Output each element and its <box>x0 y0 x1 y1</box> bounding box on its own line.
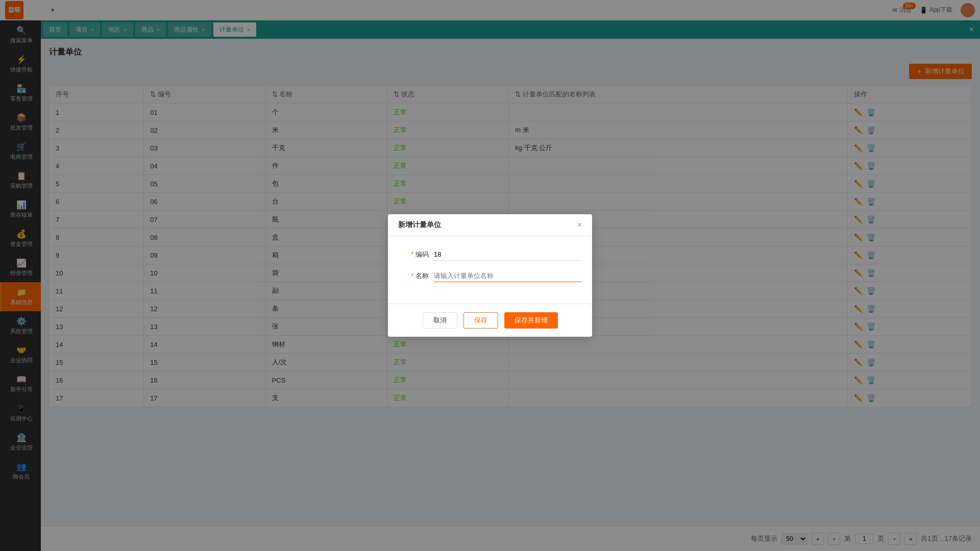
modal-body: 编码 名称 <box>388 236 592 304</box>
form-item-name: 名称 <box>398 270 582 282</box>
modal-title: 新增计量单位 <box>398 220 441 230</box>
name-label: 名称 <box>398 271 429 281</box>
cancel-button[interactable]: 取消 <box>423 312 457 329</box>
save-and-new-button[interactable]: 保存并新增 <box>504 312 558 329</box>
modal-close-button[interactable]: × <box>577 220 582 230</box>
add-unit-modal: 新增计量单位 × 编码 名称 取消 保存 保存并新增 <box>388 214 592 337</box>
name-input[interactable] <box>434 270 582 282</box>
modal-overlay[interactable]: 新增计量单位 × 编码 名称 取消 保存 保存并新增 <box>0 0 980 551</box>
code-label: 编码 <box>398 250 429 259</box>
code-input[interactable] <box>434 248 582 261</box>
form-item-code: 编码 <box>398 248 582 261</box>
modal-footer: 取消 保存 保存并新增 <box>388 304 592 337</box>
modal-header: 新增计量单位 × <box>388 214 592 236</box>
save-button[interactable]: 保存 <box>463 312 498 329</box>
